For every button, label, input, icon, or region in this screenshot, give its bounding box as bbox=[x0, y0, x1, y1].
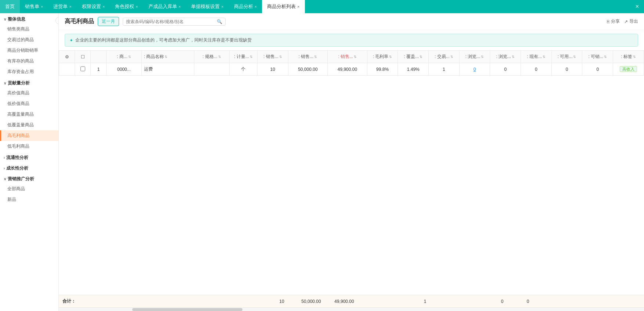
sidebar-item-stock-capital[interactable]: 库存资金占用 bbox=[0, 66, 58, 77]
sidebar-group-circulation-label: 流通性分析 bbox=[6, 155, 28, 161]
sidebar-group-marketing-label: 营销推广分析 bbox=[8, 176, 34, 182]
top-navigation: 首页 销售单 × 进货单 × 权限设置 × 角色授权 × 产成品入库单 × 单据… bbox=[0, 0, 644, 13]
nav-home[interactable]: 首页 bbox=[0, 0, 20, 13]
nav-purchase-close[interactable]: × bbox=[69, 0, 71, 13]
nav-analysis-close[interactable]: × bbox=[255, 0, 257, 13]
nav-sales-close[interactable]: × bbox=[41, 0, 43, 13]
cell-browse2: 0 bbox=[490, 63, 521, 76]
cell-cover: 1.49% bbox=[398, 63, 429, 76]
nav-analysis-list-close[interactable]: × bbox=[297, 0, 299, 13]
nav-role-label: 角色授权 bbox=[115, 0, 134, 13]
col-gross-rate-header[interactable]: : 毛利率⇅ bbox=[367, 51, 398, 63]
export-button[interactable]: ↗ 导出 bbox=[624, 18, 638, 25]
export-icon: ↗ bbox=[624, 19, 628, 24]
sidebar-item-in-stock[interactable]: 有库存的商品 bbox=[0, 56, 58, 66]
sidebar-group-overall[interactable]: ∨ 整体信息 bbox=[0, 13, 58, 24]
col-settings[interactable]: ⚙ bbox=[59, 51, 75, 63]
nav-purchase[interactable]: 进货单 × bbox=[48, 0, 76, 13]
col-unit-header[interactable]: : 计量...⇅ bbox=[229, 51, 257, 63]
nav-analysis[interactable]: 商品分析 × bbox=[229, 0, 262, 13]
nav-permission[interactable]: 权限设置 × bbox=[77, 0, 110, 13]
nav-product-in-close[interactable]: × bbox=[179, 0, 181, 13]
cell-stock: 0 bbox=[521, 63, 552, 76]
sidebar-item-high-value[interactable]: 高价值商品 bbox=[0, 88, 58, 98]
sidebar-group-growth[interactable]: › 成长性分析 bbox=[0, 162, 58, 173]
col-sellable-header[interactable]: : 可销...⇅ bbox=[582, 51, 613, 63]
col-name-header[interactable]: : 商品名称⇅ bbox=[141, 51, 194, 63]
sidebar-group-contribution[interactable]: ∨ 贡献量分析 bbox=[0, 77, 58, 88]
cell-gross-rate: 99.8% bbox=[367, 63, 398, 76]
col-sales-qty-header[interactable]: : 销售...⇅ bbox=[257, 51, 288, 63]
col-tag-header[interactable]: : 标签⇅ bbox=[613, 51, 644, 63]
col-browse2-header[interactable]: : 浏览...⇅ bbox=[490, 51, 521, 63]
nav-purchase-label: 进货单 bbox=[53, 0, 68, 13]
nav-product-in-label: 产成品入库单 bbox=[148, 0, 177, 13]
sidebar-item-low-value[interactable]: 低价值商品 bbox=[0, 98, 58, 109]
marketing-arrow-icon: ∨ bbox=[4, 177, 6, 181]
horizontal-scrollbar[interactable] bbox=[59, 307, 644, 311]
footer-trade: 1 bbox=[412, 299, 438, 304]
info-banner: ✦ 企业的主要的利润都是这部分商品创造的，可考虑加大推广，同时关注库存是不要出现… bbox=[65, 34, 638, 47]
share-button[interactable]: ⎘ 分享 bbox=[607, 18, 620, 25]
search-icon[interactable]: 🔍 bbox=[217, 19, 222, 24]
sidebar-item-distribution-rate[interactable]: 商品分销助销率 bbox=[0, 45, 58, 56]
cell-spec bbox=[194, 63, 230, 76]
sidebar-group-marketing[interactable]: ∨ 营销推广分析 bbox=[0, 173, 58, 184]
col-available-header[interactable]: : 可用...⇅ bbox=[551, 51, 582, 63]
sidebar-item-sales-goods[interactable]: 销售类商品 bbox=[0, 24, 58, 35]
share-label: 分享 bbox=[611, 18, 620, 25]
table-wrapper: ⚙ ☐ : 商...⇅ : 商品名称⇅ : 规格...⇅ bbox=[59, 50, 644, 295]
nav-analysis-list-label: 商品分析列表 bbox=[267, 0, 296, 13]
nav-role[interactable]: 角色授权 × bbox=[110, 0, 143, 13]
nav-permission-label: 权限设置 bbox=[82, 0, 101, 13]
search-input[interactable] bbox=[126, 19, 215, 24]
col-spec-header[interactable]: : 规格...⇅ bbox=[194, 51, 230, 63]
sidebar-item-new-goods[interactable]: 新品 bbox=[0, 194, 58, 205]
footer-sales-qty: 10 bbox=[269, 299, 295, 304]
sidebar-item-low-gross[interactable]: 低毛利商品 bbox=[0, 141, 58, 152]
nav-product-in[interactable]: 产成品入库单 × bbox=[143, 0, 186, 13]
col-check[interactable]: ☐ bbox=[75, 51, 91, 63]
cell-sales-profit: 49,900.00 bbox=[328, 63, 367, 76]
header-actions: ⎘ 分享 ↗ 导出 bbox=[607, 18, 638, 25]
nav-role-close[interactable]: × bbox=[136, 0, 138, 13]
col-code-header[interactable]: : 商...⇅ bbox=[107, 51, 142, 63]
row-checkbox[interactable] bbox=[80, 66, 85, 71]
content-header: 高毛利商品 近一月 🔍 ⎘ 分享 ↗ 导出 bbox=[59, 13, 644, 30]
sidebar-item-low-coverage[interactable]: 低覆盖量商品 bbox=[0, 120, 58, 130]
sidebar: « ∨ 整体信息 销售类商品 交易过的商品 商品分销助销率 有库存的商品 库存资… bbox=[0, 13, 59, 311]
cell-settings bbox=[59, 63, 75, 76]
nav-analysis-list[interactable]: 商品分析列表 × bbox=[262, 0, 305, 13]
content-area: 高毛利商品 近一月 🔍 ⎘ 分享 ↗ 导出 ✦ 企业的主要的利润都是这部分商品创… bbox=[59, 13, 644, 311]
search-box: 🔍 bbox=[123, 18, 226, 26]
main-layout: « ∨ 整体信息 销售类商品 交易过的商品 商品分销助销率 有库存的商品 库存资… bbox=[0, 13, 644, 311]
sidebar-item-all-goods[interactable]: 全部商品 bbox=[0, 184, 58, 194]
nav-template[interactable]: 单据模板设置 × bbox=[186, 0, 229, 13]
nav-sales[interactable]: 销售单 × bbox=[20, 0, 48, 13]
scrollbar-thumb[interactable] bbox=[132, 308, 242, 311]
sidebar-item-high-gross[interactable]: 高毛利商品 bbox=[0, 130, 58, 141]
filter-recent-month-button[interactable]: 近一月 bbox=[98, 17, 119, 26]
page-title: 高毛利商品 bbox=[65, 18, 94, 25]
col-sales-amt-header[interactable]: : 销售...⇅ bbox=[288, 51, 328, 63]
cell-check[interactable] bbox=[75, 63, 91, 76]
sidebar-item-high-coverage[interactable]: 高覆盖量商品 bbox=[0, 109, 58, 120]
cell-browse1[interactable]: 0 bbox=[459, 63, 490, 76]
sidebar-group-circulation[interactable]: › 流通性分析 bbox=[0, 152, 58, 162]
nav-permission-close[interactable]: × bbox=[102, 0, 105, 13]
data-table: ⚙ ☐ : 商...⇅ : 商品名称⇅ : 规格...⇅ bbox=[59, 50, 644, 76]
footer-label: 合计： bbox=[62, 299, 76, 304]
circulation-arrow-icon: › bbox=[4, 156, 5, 160]
col-cover-header[interactable]: : 覆盖...⇅ bbox=[398, 51, 429, 63]
close-all-button[interactable]: × bbox=[630, 0, 644, 13]
nav-template-close[interactable]: × bbox=[221, 0, 223, 13]
sidebar-item-traded-goods[interactable]: 交易过的商品 bbox=[0, 35, 58, 45]
col-trade-header[interactable]: : 交易...⇅ bbox=[429, 51, 460, 63]
footer-sales-profit: 49,900.00 bbox=[328, 299, 361, 304]
col-browse1-header[interactable]: : 浏览...⇅ bbox=[459, 51, 490, 63]
col-stock-header[interactable]: : 现有...⇅ bbox=[521, 51, 552, 63]
cell-tag: 高收入 bbox=[613, 63, 644, 76]
col-sales-profit-header[interactable]: : 销售...⇅ bbox=[328, 51, 367, 63]
contribution-arrow-icon: ∨ bbox=[4, 81, 6, 85]
cell-available: 0 bbox=[551, 63, 582, 76]
